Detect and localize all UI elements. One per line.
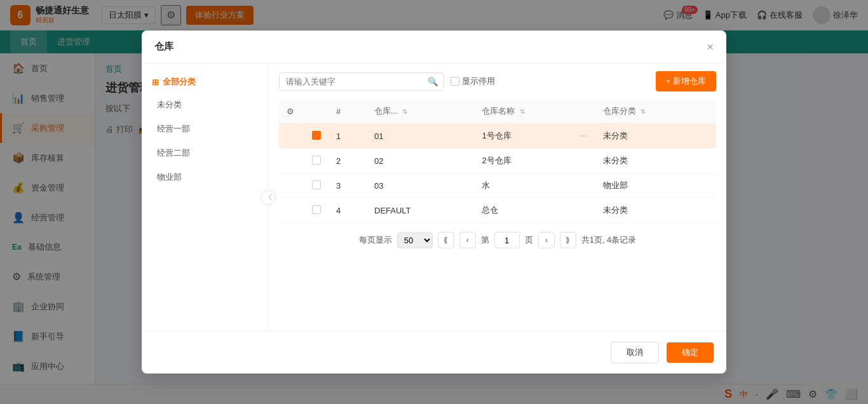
page-label: 第 <box>481 234 489 246</box>
row-name: 总仓 <box>474 198 595 223</box>
row-code: 03 <box>367 173 474 198</box>
confirm-button[interactable]: 确定 <box>667 342 714 363</box>
row-gear <box>279 124 304 149</box>
table-row[interactable]: 3 03 水 物业部 <box>279 173 716 198</box>
sort-icon-code: ⇅ <box>402 108 407 115</box>
category-item-operations2[interactable]: 经营二部 <box>142 141 268 165</box>
all-categories-label: 全部分类 <box>163 76 196 88</box>
modal-footer: 取消 确定 <box>142 331 726 374</box>
category-collapse-button[interactable]: 《 <box>261 190 276 205</box>
show-disabled-checkbox[interactable] <box>451 77 459 86</box>
first-page-button[interactable]: ⟪ <box>438 232 454 248</box>
row-category: 未分类 <box>595 198 716 223</box>
row-gear <box>279 149 304 173</box>
row-more[interactable]: ··· <box>579 130 587 142</box>
row-name: 水 <box>474 173 595 198</box>
category-item-operations1[interactable]: 经营一部 <box>142 117 268 141</box>
row-num: 2 <box>329 149 367 173</box>
modal-title: 仓库 <box>154 41 173 53</box>
table-row[interactable]: 1 01 1号仓库··· 未分类 <box>279 124 716 149</box>
th-category[interactable]: 仓库分类 ⇅ <box>595 99 716 124</box>
row-num: 3 <box>329 173 367 198</box>
th-code[interactable]: 仓库... ⇅ <box>367 99 474 124</box>
page-input[interactable] <box>494 232 520 248</box>
per-page-label: 每页显示 <box>359 234 392 246</box>
row-checkbox-cell[interactable] <box>304 149 329 173</box>
modal-body: ⊞ 全部分类 未分类 经营一部 经营二部 物业部 《 🔍 显示停用 + 新增仓库 <box>142 64 726 331</box>
row-num: 4 <box>329 198 367 223</box>
row-checkbox[interactable] <box>312 156 321 165</box>
search-icon-button[interactable]: 🔍 <box>423 73 444 90</box>
table-row[interactable]: 4 DEFAULT 总仓 未分类 <box>279 198 716 223</box>
row-checkbox[interactable] <box>312 180 321 189</box>
th-checkbox <box>304 99 329 124</box>
row-num: 1 <box>329 124 367 149</box>
row-category: 物业部 <box>595 173 716 198</box>
table-row[interactable]: 2 02 2号仓库 未分类 <box>279 149 716 173</box>
row-checkbox[interactable] <box>312 131 321 140</box>
total-info: 共1页, 4条记录 <box>581 234 637 246</box>
row-checkbox-cell[interactable] <box>304 198 329 223</box>
row-category: 未分类 <box>595 149 716 173</box>
row-gear <box>279 198 304 223</box>
sort-icon-category: ⇅ <box>641 108 646 115</box>
modal-header: 仓库 × <box>142 30 726 64</box>
row-category: 未分类 <box>595 124 716 149</box>
category-item-property[interactable]: 物业部 <box>142 165 268 189</box>
search-input[interactable] <box>280 73 423 90</box>
th-settings[interactable]: ⚙ <box>279 99 304 124</box>
sort-icon-name: ⇅ <box>520 108 525 115</box>
th-category-label: 仓库分类 <box>603 106 636 116</box>
table-toolbar: 🔍 显示停用 + 新增仓库 <box>279 71 716 91</box>
grid-icon: ⊞ <box>152 77 159 87</box>
per-page-select[interactable]: 50 100 200 <box>397 232 433 248</box>
pagination-bar: 每页显示 50 100 200 ⟪ ‹ 第 页 › ⟫ 共1页, 4条记录 <box>279 223 716 252</box>
row-gear <box>279 173 304 198</box>
show-disabled-text: 显示停用 <box>462 76 495 87</box>
th-name-label: 仓库名称 <box>482 106 515 116</box>
th-name[interactable]: 仓库名称 ⇅ <box>474 99 595 124</box>
show-disabled-label[interactable]: 显示停用 <box>451 76 495 87</box>
last-page-button[interactable]: ⟫ <box>560 232 576 248</box>
category-panel: ⊞ 全部分类 未分类 经营一部 经营二部 物业部 《 <box>142 64 269 331</box>
warehouse-table: ⚙ # 仓库... ⇅ 仓库名称 ⇅ 仓库分类 ⇅ <box>279 99 716 223</box>
table-header-row: ⚙ # 仓库... ⇅ 仓库名称 ⇅ 仓库分类 ⇅ <box>279 99 716 124</box>
row-code: 01 <box>367 124 474 149</box>
page-suffix: 页 <box>525 234 533 246</box>
row-code: DEFAULT <box>367 198 474 223</box>
row-checkbox-cell[interactable] <box>304 173 329 198</box>
table-panel: 🔍 显示停用 + 新增仓库 ⚙ # 仓库... ⇅ <box>269 64 726 331</box>
add-warehouse-button[interactable]: + 新增仓库 <box>656 71 716 91</box>
search-box: 🔍 <box>279 72 444 91</box>
row-checkbox[interactable] <box>312 205 321 214</box>
category-item-unclassified[interactable]: 未分类 <box>142 93 268 117</box>
modal-close-button[interactable]: × <box>707 41 714 53</box>
cancel-button[interactable]: 取消 <box>611 342 659 363</box>
th-num: # <box>329 99 367 124</box>
th-code-label: 仓库... <box>374 106 398 116</box>
prev-page-button[interactable]: ‹ <box>459 232 476 248</box>
all-categories-item[interactable]: ⊞ 全部分类 <box>142 71 268 93</box>
warehouse-modal: 仓库 × ⊞ 全部分类 未分类 经营一部 经营二部 物业部 《 🔍 <box>142 30 726 374</box>
row-name: 1号仓库··· <box>474 124 595 149</box>
next-page-button[interactable]: › <box>538 232 555 248</box>
row-checkbox-cell[interactable] <box>304 124 329 149</box>
row-code: 02 <box>367 149 474 173</box>
row-name: 2号仓库 <box>474 149 595 173</box>
